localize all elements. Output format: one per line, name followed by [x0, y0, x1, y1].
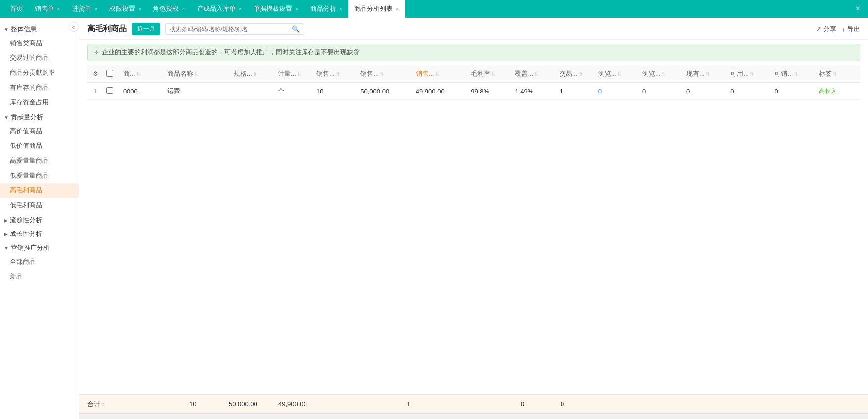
col-tag[interactable]: 标签⇅	[816, 65, 860, 83]
col-available[interactable]: 可用...⇅	[727, 65, 771, 83]
col-current-stock-sort-icon: ⇅	[706, 71, 710, 77]
col-code[interactable]: 商...⇅	[120, 65, 164, 83]
bottom-scrollbar[interactable]	[79, 413, 868, 419]
row-tag-label: 高收入	[819, 88, 837, 94]
filter-last-month-button[interactable]: 近一月	[132, 23, 160, 35]
row-current-stock: 0	[683, 83, 727, 100]
page-title: 高毛利商品	[87, 24, 127, 34]
footer-total: 合计： 10 50,000.00 49,900.00 1 0 0	[79, 394, 868, 413]
sidebar-item-low-value[interactable]: 低价值商品	[0, 139, 79, 153]
sidebar-collapse-button[interactable]: «	[69, 22, 79, 32]
footer-available: 0	[558, 400, 597, 408]
select-all-checkbox[interactable]	[106, 70, 113, 77]
sidebar-item-high-margin[interactable]: 高毛利商品	[0, 183, 79, 198]
col-sales-qty[interactable]: 销售...⇅	[313, 65, 357, 83]
row-num: 1	[87, 83, 103, 100]
col-coverage[interactable]: 覆盖...⇅	[512, 65, 556, 83]
row-gross-margin: 99.8%	[468, 83, 512, 100]
row-sales-cost: 49,900.00	[413, 83, 468, 100]
row-browse1-link[interactable]: 0	[598, 88, 602, 95]
nav-role-auth-close[interactable]: ×	[182, 6, 185, 12]
col-gross-margin[interactable]: 毛利率⇅	[468, 65, 512, 83]
sidebar-group-trend[interactable]: ▶ 流趋性分析	[0, 213, 79, 227]
footer-label: 合计：	[87, 400, 186, 409]
col-sellable-sort-icon: ⇅	[794, 71, 798, 77]
search-icon[interactable]: 🔍	[292, 25, 300, 33]
sidebar-group-overall-arrow: ▼	[4, 27, 9, 32]
col-browse2-sort-icon: ⇅	[662, 71, 665, 77]
sidebar-item-traded-goods[interactable]: 交易过的商品	[0, 50, 79, 65]
share-button[interactable]: ↗ 分享	[816, 25, 836, 34]
content-header: 高毛利商品 近一月 🔍 ↗ 分享 ↓ 导出	[79, 18, 868, 40]
col-spec-sort-icon: ⇅	[253, 71, 257, 77]
col-checkbox	[103, 65, 120, 83]
col-current-stock[interactable]: 现有...⇅	[683, 65, 727, 83]
sidebar-item-contribution-rate[interactable]: 商品分贡献购率	[0, 65, 79, 80]
col-sellable[interactable]: 可销...⇅	[771, 65, 816, 83]
row-checkbox[interactable]	[106, 87, 113, 94]
sidebar-item-new-goods[interactable]: 新品	[0, 269, 79, 284]
col-sales-amount[interactable]: 销售...⇅	[357, 65, 413, 83]
nav-product-inbound[interactable]: 产成品入库单 ×	[191, 0, 248, 18]
col-sales-cost-sort-icon: ⇅	[435, 71, 439, 77]
col-spec[interactable]: 规格...⇅	[231, 65, 275, 83]
row-coverage: 1.49%	[512, 83, 556, 100]
notice-icon: ✦	[94, 49, 99, 56]
notice-bar: ✦ 企业的主要的利润都是这部分商品创造的，可考虑加大推广，同时关注库存是不要出现…	[87, 44, 860, 61]
sidebar-group-contribution-arrow: ▼	[4, 115, 9, 120]
row-sales-qty: 10	[313, 83, 357, 100]
nav-sales-order[interactable]: 销售单 ×	[29, 0, 66, 18]
nav-permission-settings[interactable]: 权限设置 ×	[103, 0, 147, 18]
footer-current-stock: 0	[518, 400, 558, 408]
sidebar-group-contribution[interactable]: ▼ 贡献量分析	[0, 110, 79, 124]
sidebar-item-high-value[interactable]: 高价值商品	[0, 124, 79, 139]
nav-template-settings[interactable]: 单据模板设置 ×	[248, 0, 304, 18]
row-browse1: 0	[595, 83, 639, 100]
col-trade-sort-icon: ⇅	[579, 71, 583, 77]
sidebar-item-high-demand[interactable]: 高爱量量商品	[0, 153, 79, 168]
col-settings[interactable]: ⚙	[87, 65, 103, 83]
close-all-tabs-button[interactable]: ×	[852, 4, 864, 13]
nav-product-analysis-list[interactable]: 商品分析列表 ×	[348, 0, 405, 18]
col-trade[interactable]: 交易...⇅	[557, 65, 595, 83]
nav-template-settings-close[interactable]: ×	[295, 6, 298, 12]
nav-product-inbound-close[interactable]: ×	[239, 6, 242, 12]
sidebar-item-low-demand[interactable]: 低爱量量商品	[0, 168, 79, 183]
sidebar-item-sales-goods[interactable]: 销售类商品	[0, 36, 79, 50]
sidebar-group-overall[interactable]: ▼ 整体信息	[0, 22, 79, 36]
table-row: 1 0000... 运费 个	[87, 83, 860, 100]
nav-purchase-order-close[interactable]: ×	[94, 6, 97, 12]
search-input[interactable]	[170, 26, 292, 33]
col-gross-margin-sort-icon: ⇅	[491, 71, 495, 77]
col-name[interactable]: 商品名称⇅	[164, 65, 231, 83]
row-trade: 1	[557, 83, 595, 100]
sidebar-group-growth[interactable]: ▶ 成长性分析	[0, 227, 79, 240]
col-sales-cost[interactable]: 销售...⇅	[413, 65, 468, 83]
sidebar-item-stock-capital[interactable]: 库存资金占用	[0, 95, 79, 110]
sidebar-item-in-stock[interactable]: 有库存的商品	[0, 80, 79, 95]
share-icon: ↗	[816, 25, 821, 33]
content-area: 高毛利商品 近一月 🔍 ↗ 分享 ↓ 导出 ✦ 企业的主要的利润都是这部分商品创…	[79, 18, 868, 419]
sidebar-group-trend-arrow: ▶	[4, 218, 8, 223]
table-wrapper: ⚙ 商...⇅ 商品名称⇅ 规格...⇅ 计量...⇅	[79, 65, 868, 394]
export-button[interactable]: ↓ 导出	[842, 25, 861, 34]
nav-product-analysis[interactable]: 商品分析 ×	[305, 0, 348, 18]
col-browse2[interactable]: 浏览...⇅	[639, 65, 683, 83]
col-name-sort-icon: ⇅	[194, 71, 198, 77]
nav-product-analysis-list-close[interactable]: ×	[396, 6, 399, 12]
nav-product-analysis-close[interactable]: ×	[339, 6, 342, 12]
sidebar-item-low-margin[interactable]: 低毛利商品	[0, 198, 79, 213]
nav-purchase-order[interactable]: 进货单 ×	[66, 0, 103, 18]
sidebar-group-marketing-arrow: ▼	[4, 245, 9, 251]
sidebar-item-all-goods[interactable]: 全部商品	[0, 254, 79, 269]
sidebar-group-growth-arrow: ▶	[4, 232, 8, 237]
sidebar-group-marketing[interactable]: ▼ 营销推广分析	[0, 240, 79, 254]
nav-sales-order-close[interactable]: ×	[57, 6, 60, 12]
nav-home[interactable]: 首页	[4, 0, 29, 18]
col-browse1[interactable]: 浏览...⇅	[595, 65, 639, 83]
col-unit-sort-icon: ⇅	[297, 71, 301, 77]
col-unit[interactable]: 计量...⇅	[275, 65, 313, 83]
nav-permission-settings-close[interactable]: ×	[138, 6, 141, 12]
nav-role-auth[interactable]: 角色授权 ×	[147, 0, 191, 18]
data-table: ⚙ 商...⇅ 商品名称⇅ 规格...⇅ 计量...⇅	[87, 65, 860, 100]
